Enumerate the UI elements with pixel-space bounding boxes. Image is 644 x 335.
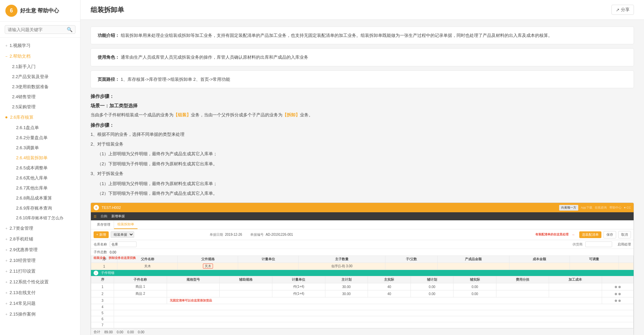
sidebar-item-inventory[interactable]: 2.6库存核算: [0, 112, 80, 123]
mock-btn-enable[interactable]: 启用处理: [618, 242, 631, 247]
mock-date-value: 2019-12-26: [225, 233, 242, 236]
mock-th-fspec: 父件规格: [178, 256, 238, 263]
search-input[interactable]: [8, 27, 67, 32]
sidebar-item-label: 2.12系统个性化设置: [9, 279, 48, 285]
sidebar-item-newbie[interactable]: 2.1新手入门: [0, 62, 80, 72]
mock-td-cname3: [114, 297, 167, 304]
mock-form-label1: 仓库名称: [94, 242, 107, 247]
mock-lower-table-container: 序 子件名称 规格型号 辅助规格 计量单位 主计划 主实际 辅计划 辅实际 费用…: [91, 276, 634, 328]
sidebar-item-faq[interactable]: + 2.14常见问题: [0, 298, 80, 309]
mock-td-fee2: [496, 283, 549, 290]
sidebar-item-sales[interactable]: 2.4销售管理: [0, 92, 80, 102]
sidebar-item-cases[interactable]: + 2.15操作案例: [0, 309, 80, 320]
mock-btn-add[interactable]: + 新增: [94, 231, 109, 238]
sidebar-item-customize[interactable]: + 2.12系统个性化设置: [0, 277, 80, 287]
mock-tabs-row: 库存管理 组装拆卸单: [91, 220, 634, 229]
mock-lower-table: 序 子件名称 规格型号 辅助规格 计量单位 主计划 主实际 辅计划 辅实际 费用…: [91, 276, 634, 328]
mock-td-act: [619, 263, 633, 270]
sidebar-item-costadj[interactable]: 2.6.5成本调整单: [0, 163, 80, 173]
arrow-icon: +: [5, 248, 7, 252]
step2: 2、对于组装业务: [91, 140, 634, 148]
mock-td-spec3: [167, 290, 219, 297]
mock-td-mact3: 40: [368, 290, 411, 297]
function-intro-label: 功能介绍：: [98, 33, 119, 38]
mock-td-cname: 商品 1: [114, 283, 167, 290]
mock-td-mplan2: 30.00: [325, 283, 368, 290]
function-intro-text: 组装拆卸单用来处理企业组装或拆卸等加工业务，支持有固定装配清单的产品加工业务，也…: [121, 33, 552, 38]
sidebar-item-assembly[interactable]: 2.6.4组装拆卸单: [0, 153, 80, 163]
ops-steps-title: 操作步骤：: [91, 122, 634, 128]
sidebar-item-otherin[interactable]: 2.6.6其他入库单: [0, 173, 80, 183]
mock-val3: 0.00: [127, 330, 134, 334]
search-box[interactable]: 🔍: [5, 25, 75, 34]
mock-td-aact3: 0.00: [453, 290, 496, 297]
mock-tab-inactive: 库存管理: [94, 221, 114, 229]
sidebar-item-docs[interactable]: − 2.帮助文档: [0, 51, 80, 62]
mock-td-fspec: 关木: [178, 263, 238, 270]
mock-nav: ☰ 自购 新增单据: [91, 212, 634, 220]
mock-td-unit4: 件(1+4): [272, 290, 325, 297]
mock-td-aux2: [219, 283, 272, 290]
table-row: 5: [91, 310, 634, 316]
mock-td-proc2: [549, 283, 602, 290]
mock-td-empty7: [114, 322, 634, 328]
sidebar-item-finance[interactable]: + 2.7资金管理: [0, 223, 80, 234]
mock-btn-cancel[interactable]: 取消: [618, 231, 631, 238]
sidebar-item-mobile[interactable]: + 2.8手机旺铺: [0, 234, 80, 244]
mock-th-avail: 可调量: [570, 256, 619, 263]
share-button[interactable]: ↗ 分享: [611, 5, 634, 15]
mock-arrow1: ←: [572, 233, 575, 236]
mock-th-amount: 产成品金额: [437, 256, 509, 263]
sidebar-item-costcalc[interactable]: 2.6.8商品成本重算: [0, 193, 80, 203]
mock-th-ratio: 子/父数: [385, 256, 437, 263]
content-area: 功能介绍： 组装拆卸单用来处理企业组装或拆卸等加工业务，支持有固定装配清单的产品…: [80, 20, 644, 335]
sidebar-item-label: 2.7资金管理: [9, 225, 33, 231]
scene1-desc: 当由多个子件材料组装成一个成品的业务为【组装】业务，当由一个父件拆分成多个子产品…: [91, 111, 634, 119]
mock-td-fee3: [496, 290, 549, 297]
sidebar-item-prepare[interactable]: 2.3使用前数据准备: [0, 82, 80, 92]
sidebar-sub-label: 2.5采购管理: [12, 104, 36, 109]
mock-warehouse-input[interactable]: [110, 241, 137, 247]
sidebar-item-video[interactable]: + 1.视频学习: [0, 40, 80, 51]
mock-th-cname: 子件名称: [114, 276, 167, 283]
sidebar-sub-label: 2.1新手入门: [12, 64, 36, 69]
logo-text: 好生意 帮助中心: [20, 7, 59, 14]
sidebar-item-coupon[interactable]: + 2.9优惠券管理: [0, 244, 80, 255]
mock-btn-save[interactable]: 保存: [603, 231, 616, 238]
path-block: 页面路径： 1、库存核算->库存管理->组装拆卸单 2、首页->常用功能: [91, 70, 634, 88]
sidebar-item-otherout[interactable]: 2.6.7其他出库单: [0, 183, 80, 193]
sidebar-item-label: 2.13在线支付: [9, 290, 35, 296]
mock-supplier-input[interactable]: [585, 241, 612, 247]
mock-type-select[interactable]: 组装单据 拆卸单据: [111, 231, 134, 238]
mock-nav-item: 自购: [101, 214, 107, 219]
mock-th-aplan: 辅计划: [411, 276, 453, 283]
sidebar-item-adjust[interactable]: 2.6.3调拨单: [0, 143, 80, 153]
sidebar-item-split[interactable]: 2.6.2分量盘点单: [0, 133, 80, 143]
mock-btn-bill[interactable]: 选装配清单: [579, 231, 601, 238]
arrow-icon: +: [5, 291, 7, 295]
mock-td-seq4: 3: [91, 297, 114, 304]
mock-th-action: [619, 256, 633, 263]
sidebar-sub-label: 2.6.1盘点单: [16, 125, 39, 130]
mock-form-row: 仓库名称 供货商 启用处理 ↑启用处理: [91, 240, 634, 249]
arrow-icon: +: [5, 301, 7, 305]
search-area: 🔍: [0, 22, 80, 38]
sidebar-sub-label: 2.6.5成本调整单: [16, 165, 48, 170]
main-content: 组装拆卸单 ↗ 分享 功能介绍： 组装拆卸单用来处理企业组装或拆卸等加工业务，支…: [80, 0, 644, 335]
nav-tree: + 1.视频学习 − 2.帮助文档 2.1新手入门 2.2产品安装及登录 2.3…: [0, 38, 80, 335]
mock-switch-row: 子件总数 0.00 组装业务、拆卸业务在这里切换: [91, 249, 634, 256]
main-header: 组装拆卸单 ↗ 分享: [80, 0, 644, 20]
sidebar-item-print[interactable]: + 2.11打印设置: [0, 266, 80, 277]
sidebar-item-stockerr[interactable]: 2.6.10库存账本错了怎么办: [0, 213, 80, 223]
sidebar-item-install[interactable]: 2.2产品安装及登录: [0, 72, 80, 82]
mock-td-seq8: 7: [91, 322, 114, 328]
sidebar-item-stockcheck[interactable]: 2.6.9库存账本查询: [0, 203, 80, 213]
sidebar-item-stocktake[interactable]: 2.6.1盘点单: [0, 123, 80, 133]
sidebar-item-purchase[interactable]: 2.5采购管理: [0, 102, 80, 112]
step3: 3、对于拆装业务: [91, 170, 634, 177]
mock-switch-label: 子件总数: [94, 250, 107, 255]
search-icon[interactable]: 🔍: [67, 27, 72, 32]
sidebar-item-payment[interactable]: + 2.13在线支付: [0, 287, 80, 298]
sidebar-item-ops[interactable]: + 2.10经营管理: [0, 255, 80, 266]
sidebar-item-label: 2.15操作案例: [9, 311, 35, 317]
